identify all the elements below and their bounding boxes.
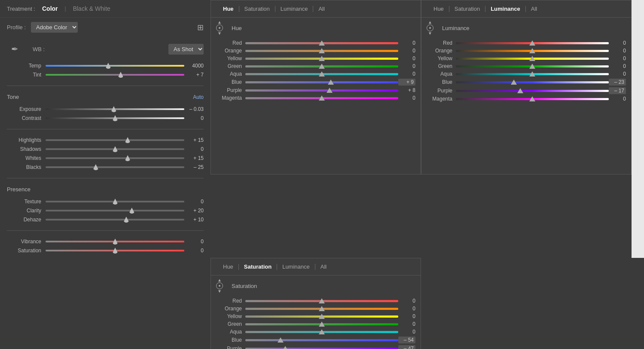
exposure-value: – 0.03 (184, 106, 204, 112)
lum-sliders: Red 0 Orange 0 Yellow (421, 40, 631, 102)
hue-magenta-label: Magenta (216, 95, 242, 101)
grid-icon[interactable]: ⊞ (197, 23, 204, 32)
sat-tabs: Hue Saturation Luminance All (211, 258, 421, 276)
sat-green-label: Green (216, 321, 242, 327)
lum-blue-label: Blue (427, 79, 452, 85)
tone-title: Tone (7, 94, 19, 100)
left-panel: Treatment : Color | Black & White Profil… (0, 0, 211, 258)
exposure-slider[interactable] (46, 106, 184, 113)
tint-slider[interactable] (46, 71, 184, 78)
sat-target-control[interactable]: ▲ ▼ (216, 278, 223, 294)
treatment-bw-option[interactable]: Black & White (73, 5, 110, 12)
sat-arrow-up: ▲ (217, 278, 222, 282)
lum-target-control[interactable]: ▲ ▼ (427, 20, 433, 36)
vibrance-row: Vibrance 0 (7, 238, 204, 245)
lum-magenta-value: 0 (609, 96, 626, 102)
highlights-slider[interactable] (46, 137, 184, 144)
lum-blue-row: Blue – 23 (427, 79, 626, 86)
lum-magenta-row: Magenta 0 (427, 96, 626, 102)
tab-all[interactable]: All (313, 4, 330, 14)
hue-aqua-slider[interactable] (245, 71, 398, 77)
shadows-slider[interactable] (46, 146, 184, 153)
target-icon[interactable] (216, 24, 223, 31)
sat-tab-hue[interactable]: Hue (218, 262, 238, 272)
profile-select[interactable]: Adobe Color (31, 22, 78, 33)
sat-aqua-slider[interactable] (245, 329, 398, 335)
texture-row: Texture 0 (7, 198, 204, 205)
lum-green-slider[interactable] (456, 63, 609, 69)
divider-2 (7, 129, 204, 129)
sat-orange-label: Orange (216, 306, 242, 312)
sat-target-dot (219, 285, 220, 287)
hue-yellow-slider[interactable] (245, 55, 398, 61)
eyedropper-icon[interactable]: ✒ (7, 41, 22, 57)
tab-hue[interactable]: Hue (218, 4, 239, 14)
hsl-target-control[interactable]: ▲ ▼ (216, 20, 223, 36)
lum-tab-saturation[interactable]: Saturation (449, 4, 485, 14)
hue-green-slider[interactable] (245, 63, 398, 69)
lum-tab-all[interactable]: All (526, 4, 542, 14)
hue-magenta-row: Magenta 0 (216, 95, 415, 101)
lum-red-value: 0 (609, 40, 626, 46)
clarity-slider[interactable] (46, 207, 184, 214)
auto-button[interactable]: Auto (193, 94, 204, 100)
luminance-panel: Hue Saturation Luminance All ▲ ▼ Luminan… (421, 0, 632, 174)
lum-tab-hue[interactable]: Hue (428, 4, 449, 14)
hue-blue-slider[interactable] (245, 79, 398, 85)
hue-yellow-label: Yellow (216, 55, 242, 61)
lum-yellow-slider[interactable] (456, 55, 609, 61)
lum-aqua-label: Aqua (427, 71, 452, 77)
tab-saturation[interactable]: Saturation (239, 4, 275, 14)
sat-purple-label: Purple (216, 346, 242, 349)
vibrance-slider[interactable] (46, 238, 184, 245)
blacks-slider[interactable] (46, 164, 184, 171)
lum-magenta-slider[interactable] (456, 96, 609, 102)
lum-target-icon[interactable] (427, 24, 433, 31)
lum-purple-slider[interactable] (456, 88, 609, 94)
hue-purple-slider[interactable] (245, 87, 398, 93)
temp-slider[interactable] (46, 62, 184, 69)
treatment-color-option[interactable]: Color (42, 5, 58, 12)
hue-orange-slider[interactable] (245, 48, 398, 54)
lum-blue-slider[interactable] (456, 79, 609, 85)
sat-red-row: Red 0 (216, 298, 415, 304)
dehaze-value: + 10 (184, 217, 204, 223)
dehaze-slider[interactable] (46, 216, 184, 223)
sat-green-slider[interactable] (245, 321, 398, 327)
lum-red-slider[interactable] (456, 40, 609, 46)
vibrance-sliders: Vibrance 0 Saturation 0 (0, 234, 211, 258)
sat-red-slider[interactable] (245, 298, 398, 304)
contrast-slider[interactable] (46, 115, 184, 122)
tab-luminance[interactable]: Luminance (275, 4, 313, 14)
saturation-slider[interactable] (46, 247, 184, 254)
hue-orange-row: Orange 0 (216, 48, 415, 54)
texture-slider[interactable] (46, 198, 184, 205)
sat-target-icon[interactable] (216, 282, 223, 289)
saturation-panel: Hue Saturation Luminance All ▲ ▼ Saturat… (211, 258, 421, 349)
dehaze-label: Dehaze (7, 217, 41, 223)
hue-sliders: Red 0 Orange 0 Yellow (211, 40, 421, 101)
hue-red-slider[interactable] (245, 40, 398, 46)
hue-blue-label: Blue (216, 79, 242, 85)
blacks-label: Blacks (7, 164, 41, 170)
sat-yellow-slider[interactable] (245, 313, 398, 319)
hue-green-label: Green (216, 63, 242, 69)
sat-purple-slider[interactable] (245, 346, 398, 349)
tint-row: Tint + 7 (7, 71, 204, 78)
lum-tab-luminance[interactable]: Luminance (485, 4, 525, 14)
whites-slider[interactable] (46, 155, 184, 162)
sat-blue-slider[interactable] (245, 337, 398, 343)
sat-purple-row: Purple – 47 (216, 345, 415, 349)
lum-orange-slider[interactable] (456, 48, 609, 54)
sat-tab-all[interactable]: All (315, 262, 332, 272)
lum-aqua-slider[interactable] (456, 71, 609, 77)
wb-select[interactable]: As Shot (168, 44, 204, 55)
hue-magenta-slider[interactable] (245, 95, 398, 101)
lum-yellow-label: Yellow (427, 55, 452, 61)
sat-orange-slider[interactable] (245, 306, 398, 312)
sat-tab-saturation[interactable]: Saturation (239, 262, 277, 272)
treatment-divider: | (65, 6, 66, 12)
sat-green-row: Green 0 (216, 321, 415, 327)
hue-controls: ▲ ▼ Hue (211, 18, 421, 38)
sat-tab-luminance[interactable]: Luminance (277, 262, 315, 272)
